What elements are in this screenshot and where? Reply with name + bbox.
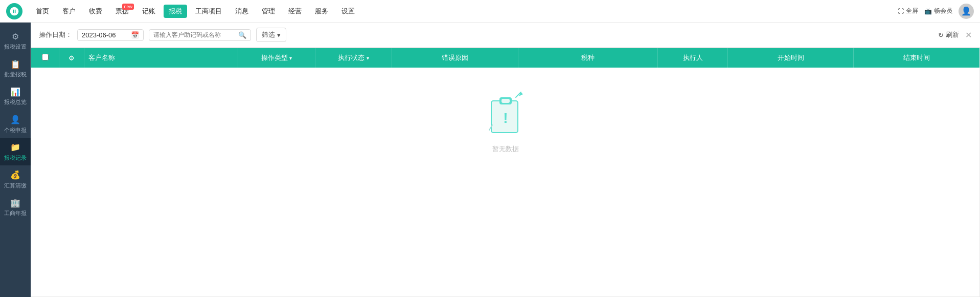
th-exec-status[interactable]: 执行状态 ▾: [315, 48, 392, 68]
fullscreen-label: 全屏: [906, 7, 918, 15]
nav-item-service[interactable]: 服务: [310, 5, 333, 18]
refresh-label: 刷新: [946, 30, 959, 39]
nav-item-customer[interactable]: 客户: [57, 5, 81, 18]
th-exec-status-label: 执行状态: [338, 54, 364, 61]
sidebar-item-annual-report[interactable]: 🏢工商年报: [0, 193, 31, 221]
sidebar-label-settlement: 汇算清缴: [4, 182, 27, 189]
top-nav-right: ⛶ 全屏 📺 畅会员 👤: [898, 4, 974, 19]
sidebar-label-personal-tax: 个税申报: [4, 127, 27, 134]
sidebar-item-personal-tax[interactable]: 👤个税申报: [0, 110, 31, 138]
nav-item-bookkeeping[interactable]: 记账: [137, 5, 161, 18]
badge-new: new: [122, 4, 134, 10]
th-op-type-label: 操作类型: [261, 54, 288, 61]
avatar[interactable]: 👤: [959, 4, 974, 19]
content-area: 操作日期： 📅 🔍 筛选 ▾ ↻ 刷新 ✕: [31, 23, 980, 297]
search-wrapper: 🔍: [149, 29, 251, 41]
nav-item-bizproject[interactable]: 工商项目: [190, 5, 227, 18]
sidebar-label-tax-record: 报税记录: [4, 155, 27, 161]
nav-item-settings[interactable]: 设置: [336, 5, 360, 18]
filter-exec-status-icon: ▾: [367, 55, 369, 61]
svg-rect-2: [502, 99, 510, 103]
nav-item-tax[interactable]: 报税: [164, 5, 187, 18]
nav-item-invoice[interactable]: 票据new: [110, 5, 134, 18]
sidebar-label-tax-settings: 报税设置: [4, 44, 27, 50]
nav-items: 首页客户收费票据new记账报税工商项目消息管理经营服务设置: [31, 5, 898, 18]
close-button[interactable]: ✕: [965, 30, 972, 40]
filter-label: 筛选: [262, 30, 275, 39]
calendar-icon[interactable]: 📅: [131, 31, 139, 39]
sidebar-icon-tax-settings: ⚙: [10, 31, 21, 42]
sidebar-icon-tax-overview: 📊: [10, 86, 21, 97]
data-table: ⚙ 客户名称 操作类型 ▾ 执行状态 ▾ 错误原因 税种 执行: [31, 48, 979, 68]
nav-item-manage[interactable]: 管理: [257, 5, 280, 18]
sidebar-icon-batch-tax: 📋: [10, 58, 21, 70]
date-input[interactable]: [82, 31, 128, 39]
refresh-icon: ↻: [938, 31, 944, 39]
th-start-time: 开始时间: [727, 48, 853, 68]
th-tax-type: 税种: [518, 48, 658, 68]
sidebar-item-batch-tax[interactable]: 📋批量报税: [0, 54, 31, 82]
th-end-time: 结束时间: [854, 48, 979, 68]
sidebar-label-annual-report: 工商年报: [4, 210, 27, 217]
sidebar: ⚙报税设置📋批量报税📊报税总览👤个税申报📁报税记录💰汇算清缴🏢工商年报: [0, 23, 31, 297]
sidebar-item-settlement[interactable]: 💰汇算清缴: [0, 165, 31, 193]
empty-illustration: !: [480, 88, 531, 139]
nav-item-home[interactable]: 首页: [31, 5, 54, 18]
date-label: 操作日期：: [39, 30, 72, 39]
empty-text: 暂无数据: [492, 144, 519, 154]
sidebar-item-tax-settings[interactable]: ⚙报税设置: [0, 27, 31, 54]
logo[interactable]: [6, 3, 22, 19]
member-label: 畅会员: [934, 7, 952, 15]
th-error-reason: 错误原因: [392, 48, 518, 68]
search-icon[interactable]: 🔍: [238, 31, 246, 39]
th-op-type[interactable]: 操作类型 ▾: [238, 48, 315, 68]
main-layout: ⚙报税设置📋批量报税📊报税总览👤个税申报📁报税记录💰汇算清缴🏢工商年报 操作日期…: [0, 23, 980, 297]
member-icon: 📺: [924, 8, 932, 15]
toolbar-right: ↻ 刷新 ✕: [938, 30, 972, 40]
sidebar-label-batch-tax: 批量报税: [4, 71, 27, 78]
filter-op-type-icon: ▾: [289, 55, 292, 61]
sidebar-item-tax-overview[interactable]: 📊报税总览: [0, 82, 31, 110]
th-customer-name: 客户名称: [84, 48, 238, 68]
nav-item-operation[interactable]: 经营: [283, 5, 307, 18]
table-wrapper: ⚙ 客户名称 操作类型 ▾ 执行状态 ▾ 错误原因 税种 执行: [31, 48, 980, 297]
th-executor: 执行人: [658, 48, 728, 68]
th-gear[interactable]: ⚙: [59, 48, 84, 68]
gear-icon: ⚙: [69, 54, 75, 62]
table-header-row: ⚙ 客户名称 操作类型 ▾ 执行状态 ▾ 错误原因 税种 执行: [31, 48, 979, 68]
date-input-wrapper: 📅: [77, 29, 144, 41]
sidebar-label-tax-overview: 报税总览: [4, 99, 27, 105]
refresh-button[interactable]: ↻ 刷新: [938, 30, 959, 39]
nav-item-billing[interactable]: 收费: [84, 5, 107, 18]
th-checkbox[interactable]: [31, 48, 59, 68]
search-input[interactable]: [153, 31, 236, 38]
chevron-down-icon: ▾: [277, 31, 281, 39]
filter-button[interactable]: 筛选 ▾: [256, 28, 286, 42]
sidebar-item-tax-record[interactable]: 📁报税记录: [0, 138, 31, 165]
svg-text:!: !: [503, 110, 508, 126]
top-nav: 首页客户收费票据new记账报税工商项目消息管理经营服务设置 ⛶ 全屏 📺 畅会员…: [0, 0, 980, 23]
sidebar-icon-annual-report: 🏢: [10, 197, 21, 208]
empty-state: ! 暂无数据: [31, 68, 979, 169]
sidebar-icon-personal-tax: 👤: [10, 114, 21, 125]
select-all-checkbox[interactable]: [42, 54, 49, 60]
sidebar-icon-settlement: 💰: [10, 169, 21, 181]
fullscreen-button[interactable]: ⛶ 全屏: [898, 7, 918, 15]
toolbar: 操作日期： 📅 🔍 筛选 ▾ ↻ 刷新 ✕: [31, 23, 980, 48]
member-button[interactable]: 📺 畅会员: [924, 7, 952, 15]
sidebar-icon-tax-record: 📁: [10, 142, 21, 153]
fullscreen-icon: ⛶: [898, 8, 904, 15]
nav-item-message[interactable]: 消息: [230, 5, 254, 18]
